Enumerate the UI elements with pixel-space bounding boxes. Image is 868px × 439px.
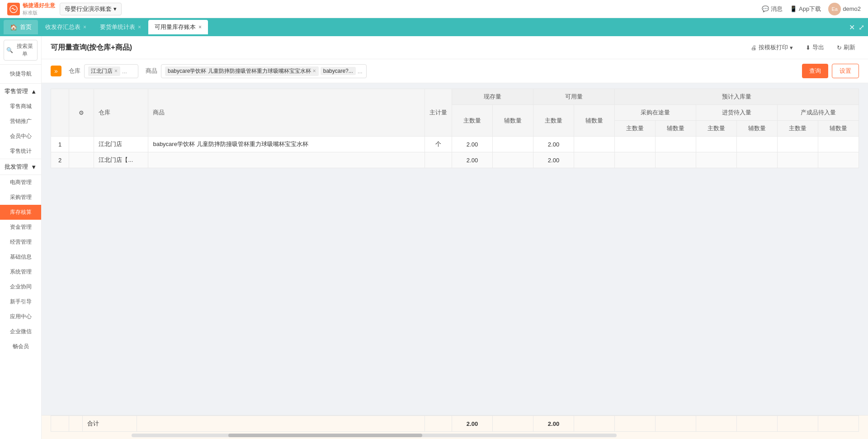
refresh-label: 刷新: [844, 43, 855, 52]
expand-arrows-icon: »: [54, 67, 58, 75]
export-btn[interactable]: ⬇ 导出: [802, 42, 828, 53]
cell-purchase-main-0: [615, 137, 656, 152]
cell-incoming-aux-1: [737, 152, 778, 168]
enterprise-collab-label: 企业协同: [10, 283, 32, 290]
sidebar-item-business[interactable]: 经营管理: [0, 235, 41, 250]
tab-collect[interactable]: 收发存汇总表 ×: [39, 20, 93, 34]
goods-tag1-close[interactable]: ×: [313, 68, 316, 74]
goods-more-btn[interactable]: ...: [358, 68, 363, 75]
total-production-aux: [818, 416, 859, 432]
user-menu[interactable]: Ea demo2: [828, 3, 861, 15]
cell-index-0: 1: [51, 137, 69, 152]
retail-mall-label: 零售商城: [10, 103, 32, 109]
table-wrapper: ⚙ 仓库 商品 主计量 现存量 可用量 预计入库量 主数量 辅数量 主数量 辅数…: [42, 83, 868, 415]
th-production-aux: 辅数量: [818, 121, 859, 137]
chevron-down-icon: ▾: [113, 5, 117, 12]
top-bar: 畅捷通好生意 标准版 母婴行业演示账套 ▾ 💬 消息 📱 App下载 Ea de…: [0, 0, 868, 18]
cell-prod-main-1: [778, 152, 818, 168]
cell-settings-0: [69, 137, 94, 152]
page-actions: 🖨 按模板打印 ▾ ⬇ 导出 ↻ 刷新: [747, 42, 859, 53]
th-settings[interactable]: ⚙: [69, 89, 94, 137]
retail-mgmt-label: 零售管理: [5, 87, 28, 95]
top-bar-right: 💬 消息 📱 App下载 Ea demo2: [762, 3, 861, 15]
th-purchase-aux: 辅数量: [656, 121, 696, 137]
horizontal-scrollbar[interactable]: [132, 434, 617, 437]
tab-available-close[interactable]: ×: [198, 24, 202, 30]
sidebar-item-finance[interactable]: 资金管理: [0, 220, 41, 235]
search-icon: 🔍: [6, 47, 13, 53]
close-all-icon[interactable]: ✕: [849, 23, 855, 32]
sidebar-item-inventory[interactable]: 库存核算: [0, 205, 41, 220]
filter-expand-btn[interactable]: »: [51, 66, 61, 76]
industry-selector[interactable]: 母婴行业演示账套 ▾: [60, 3, 122, 15]
sidebar-item-ecommerce[interactable]: 电商管理: [0, 175, 41, 190]
filter-actions: 查询 设置: [802, 64, 859, 78]
sidebar-item-vip[interactable]: 畅会员: [0, 339, 41, 354]
search-menu-label: 搜索菜单: [15, 42, 35, 58]
page-title: 可用量查询(按仓库+商品): [51, 43, 132, 52]
app-download-btn[interactable]: 📱 App下载: [790, 5, 821, 13]
tab-collect-close[interactable]: ×: [83, 24, 86, 30]
expand-icon[interactable]: ⤢: [859, 23, 864, 32]
total-empty1: [51, 416, 69, 432]
sidebar-item-quick-nav[interactable]: 快捷导航: [0, 66, 41, 81]
goods-tag1-value: babycare学饮杯 儿童防摔防撞吸管杯重力球吸嘴杯宝宝水杯: [168, 67, 311, 75]
sidebar-item-newcomer[interactable]: 新手引导: [0, 294, 41, 309]
cell-goods-0: babycare学饮杯 儿童防摔防撞吸管杯重力球吸嘴杯宝宝水杯: [148, 137, 425, 152]
print-icon: 🖨: [751, 44, 757, 51]
sidebar-item-retail-mall[interactable]: 零售商城: [0, 99, 41, 114]
tab-collect-label: 收发存汇总表: [45, 23, 80, 31]
cell-goods-1: [148, 152, 425, 168]
sidebar-item-basic-info[interactable]: 基础信息: [0, 250, 41, 264]
warehouse-tag-close[interactable]: ×: [114, 68, 118, 74]
total-goods-empty: [137, 416, 425, 432]
sidebar-item-app-center[interactable]: 应用中心: [0, 309, 41, 324]
th-index: [51, 89, 69, 137]
sidebar-item-marketing[interactable]: 营销推广: [0, 114, 41, 129]
sidebar-item-system[interactable]: 系统管理: [0, 264, 41, 279]
th-avail-aux: 辅数量: [574, 105, 615, 137]
refresh-icon: ↻: [837, 44, 842, 51]
search-menu-btn[interactable]: 🔍 搜索菜单: [4, 40, 38, 61]
table-footer: 合计 2.00 2.00: [42, 415, 868, 439]
sidebar-item-purchase[interactable]: 采购管理: [0, 190, 41, 205]
sidebar-item-member[interactable]: 会员中心: [0, 129, 41, 144]
warehouse-more-btn[interactable]: ...: [122, 68, 127, 75]
message-btn[interactable]: 💬 消息: [762, 5, 783, 13]
logo-sub: 标准版: [23, 9, 55, 16]
sidebar-item-enterprise-wechat[interactable]: 企业微信: [0, 324, 41, 339]
cell-incoming-main-0: [696, 137, 737, 152]
query-btn[interactable]: 查询: [802, 64, 828, 78]
warehouse-tag-value: 江北门店: [91, 67, 113, 75]
tab-order-stat-close[interactable]: ×: [138, 24, 141, 30]
goods-filter-tag2: babycare?...: [321, 67, 356, 75]
total-empty2: [69, 416, 83, 432]
tab-available-label: 可用量库存账本: [155, 23, 196, 31]
tab-available[interactable]: 可用量库存账本 ×: [148, 20, 208, 34]
chevron-up-icon: ▲: [31, 88, 37, 95]
warehouse-filter-group: 仓库 江北门店 × ...: [69, 64, 138, 78]
sidebar-item-retail-mgmt[interactable]: 零售管理 ▲: [0, 84, 41, 99]
goods-tag2-value: babycare?...: [323, 68, 353, 74]
cell-settings-1: [69, 152, 94, 168]
sidebar-item-wholesale[interactable]: 批发管理 ▼: [0, 159, 41, 175]
total-purchase-aux: [656, 416, 696, 432]
settings-btn[interactable]: 设置: [832, 64, 859, 78]
sidebar-item-retail-stat[interactable]: 零售统计: [0, 144, 41, 159]
warehouse-filter-input[interactable]: 江北门店 × ...: [84, 64, 138, 78]
data-table: ⚙ 仓库 商品 主计量 现存量 可用量 预计入库量 主数量 辅数量 主数量 辅数…: [51, 89, 859, 168]
th-purchase-main: 主数量: [615, 121, 656, 137]
tab-home[interactable]: 🏠 首页: [4, 20, 38, 34]
template-print-btn[interactable]: 🖨 按模板打印 ▾: [747, 42, 797, 53]
tab-order-stat-label: 要货单统计表: [100, 23, 135, 31]
warehouse-filter-tag: 江北门店 ×: [88, 66, 120, 76]
tab-home-label: 首页: [20, 23, 32, 31]
sidebar-item-enterprise-collab[interactable]: 企业协同: [0, 279, 41, 294]
cell-unit-1: [425, 152, 452, 168]
inventory-label: 库存核算: [10, 209, 32, 215]
tab-order-stat[interactable]: 要货单统计表 ×: [94, 20, 147, 34]
cell-avail-aux-1: [574, 152, 615, 168]
refresh-btn[interactable]: ↻ 刷新: [833, 42, 859, 53]
th-goods: 商品: [148, 89, 425, 137]
goods-filter-input[interactable]: babycare学饮杯 儿童防摔防撞吸管杯重力球吸嘴杯宝宝水杯 × babyca…: [161, 64, 367, 78]
